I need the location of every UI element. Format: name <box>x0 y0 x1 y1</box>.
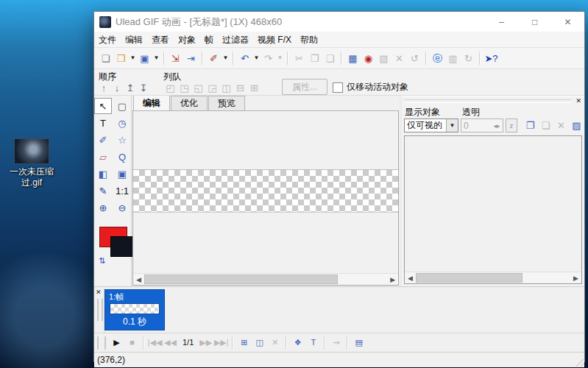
canvas-horizontal-scrollbar[interactable]: ◀ ▶ <box>133 273 398 285</box>
rotate-select-tool[interactable]: ◷ <box>113 115 131 131</box>
stop-button[interactable]: ■ <box>124 335 140 350</box>
transparency-slider-icon[interactable]: ◂▸ <box>491 122 503 130</box>
delete-button[interactable]: ✕ <box>392 51 407 66</box>
tab-preview[interactable]: 预览 <box>208 96 245 110</box>
web-browser-button[interactable]: ⓔ <box>430 51 445 66</box>
scroll-track[interactable] <box>144 274 387 285</box>
align-right-button[interactable]: ◳ <box>177 80 191 96</box>
undo-button[interactable]: ↶ <box>237 51 252 66</box>
move-to-top-button[interactable]: ↥ <box>124 80 137 96</box>
align-bottom-button[interactable]: ◲ <box>205 80 219 96</box>
menu-frame[interactable]: 帧 <box>200 32 218 47</box>
open-button[interactable]: ❒ <box>113 51 129 66</box>
brush-tool[interactable]: ✐ <box>94 132 112 148</box>
show-objects-dropdown[interactable]: 仅可视的 ▼ <box>404 118 458 132</box>
frame-1-card[interactable]: 1:帧 0.1 秒 <box>105 289 165 330</box>
add-object-button[interactable]: ❐ <box>523 118 538 133</box>
first-frame-button[interactable]: |◀◀ <box>147 335 163 350</box>
menu-view[interactable]: 查看 <box>147 32 174 47</box>
new-button[interactable]: ❏ <box>98 51 113 66</box>
edit-object-button[interactable]: ▨ <box>569 118 584 133</box>
zoom-out-tool[interactable]: ⊖ <box>113 199 131 216</box>
marquee-select-tool[interactable]: ▢ <box>113 98 131 114</box>
title-bar[interactable]: Ulead GIF 动画 - [无标题*] (1X) 468x60 – □ ✕ <box>94 12 584 32</box>
magic-wand-tool[interactable]: ☆ <box>113 132 131 148</box>
scroll-right-icon[interactable]: ▶ <box>570 272 581 283</box>
screen-capture-button[interactable]: ▦ <box>345 51 361 66</box>
close-button[interactable]: ✕ <box>551 12 584 32</box>
playback-toolbar-grip[interactable] <box>97 336 106 350</box>
menu-video-fx[interactable]: 视频 F/X <box>253 32 296 47</box>
tab-optimize[interactable]: 优化 <box>171 96 208 110</box>
open-dropdown[interactable]: ▼ <box>129 51 137 66</box>
save-dropdown[interactable]: ▼ <box>152 51 160 66</box>
object-list[interactable]: ◀ ▶ <box>404 135 582 284</box>
next-frame-button[interactable]: ▶▶ <box>198 335 213 350</box>
last-frame-button[interactable]: ▶▶| <box>213 335 229 350</box>
duplicate-frame-button[interactable]: ◫ <box>252 335 267 350</box>
lasso-tool[interactable]: Q <box>113 149 131 165</box>
actual-size-button[interactable]: 1:1 <box>113 183 131 199</box>
move-to-bottom-button[interactable]: ↧ <box>137 80 150 96</box>
object-list-scrollbar[interactable]: ◀ ▶ <box>405 272 581 283</box>
zoom-in-tool[interactable]: ⊕ <box>94 199 112 216</box>
maximize-button[interactable]: □ <box>518 12 551 32</box>
frame-strip-grip[interactable] <box>97 299 103 321</box>
rotate-button[interactable]: ↺ <box>407 51 422 66</box>
frame-strip-close-icon[interactable]: ✕ <box>96 289 102 296</box>
move-active-object-checkbox[interactable] <box>333 82 343 93</box>
transparency-popup-button[interactable]: z <box>506 118 517 132</box>
add-banner-button[interactable]: ◉ <box>361 51 376 66</box>
web-album-button[interactable]: ▥ <box>445 51 461 66</box>
scroll-thumb[interactable] <box>144 275 338 284</box>
add-video-button[interactable]: ⇥ <box>183 51 199 66</box>
properties-button[interactable]: 属性... <box>282 79 327 95</box>
desktop-icon-gif-file[interactable]: 一次未压缩 过.gif <box>3 138 60 188</box>
transition-button[interactable]: ❖ <box>290 335 305 350</box>
prev-frame-button[interactable]: ◀◀ <box>163 335 178 350</box>
scroll-left-icon[interactable]: ◀ <box>133 274 144 285</box>
duplicate-object-button[interactable]: ❏ <box>538 118 553 133</box>
stamp-button[interactable]: ▧ <box>376 51 392 66</box>
menu-object[interactable]: 对象 <box>174 32 200 47</box>
menu-file[interactable]: 文件 <box>94 32 121 47</box>
canvas-workspace[interactable] <box>133 111 398 273</box>
move-down-button[interactable]: ↓ <box>110 80 124 96</box>
eraser-tool[interactable]: ▱ <box>94 149 112 165</box>
menu-filter[interactable]: 过滤器 <box>218 32 253 47</box>
add-image-button[interactable]: ⇲ <box>168 51 183 66</box>
center-horizontal-button[interactable]: ◫ <box>219 80 233 96</box>
center-vertical-button[interactable]: ⊟ <box>233 80 247 96</box>
delete-frame-button[interactable]: ✕ <box>267 335 283 350</box>
menu-help[interactable]: 帮助 <box>296 32 322 47</box>
minimize-button[interactable]: – <box>485 12 518 32</box>
text-tool[interactable]: T <box>94 115 112 131</box>
setup-wand-button[interactable]: ✐ <box>206 51 222 66</box>
scroll-left-icon[interactable]: ◀ <box>405 272 416 283</box>
align-left-button[interactable]: ◰ <box>163 80 177 96</box>
chevron-down-icon[interactable]: ▼ <box>446 119 458 132</box>
scroll-right-icon[interactable]: ▶ <box>387 274 398 285</box>
center-both-button[interactable]: ⊞ <box>247 80 261 96</box>
move-up-button[interactable]: ↑ <box>97 80 110 96</box>
frames-view-button[interactable]: ▤ <box>351 335 366 350</box>
scroll-thumb[interactable] <box>416 273 523 283</box>
transparency-spinner[interactable]: 0 ◂▸ <box>461 118 503 132</box>
setup-wand-dropdown[interactable]: ▼ <box>222 51 230 66</box>
swap-colors-icon[interactable]: ⇅ <box>99 256 105 266</box>
copy-button[interactable]: ❐ <box>307 51 322 66</box>
context-help-button[interactable]: ➤? <box>483 51 499 66</box>
tween-button[interactable]: ⇝ <box>328 335 344 350</box>
transparent-canvas[interactable] <box>133 169 398 213</box>
redo-button[interactable]: ↷ <box>261 51 276 66</box>
add-frame-button[interactable]: ⊞ <box>236 335 252 350</box>
resize-grip[interactable] <box>574 357 584 367</box>
menu-edit[interactable]: 编辑 <box>121 32 147 47</box>
pointer-tool[interactable]: ↖ <box>94 98 112 114</box>
align-top-button[interactable]: ◱ <box>191 80 205 96</box>
text-banner-button[interactable]: T <box>305 335 321 350</box>
redo-dropdown[interactable]: ▼ <box>276 51 284 66</box>
cut-button[interactable]: ✂ <box>291 51 307 66</box>
delete-object-button[interactable]: ✕ <box>553 118 569 133</box>
paste-button[interactable]: ❑ <box>322 51 338 66</box>
